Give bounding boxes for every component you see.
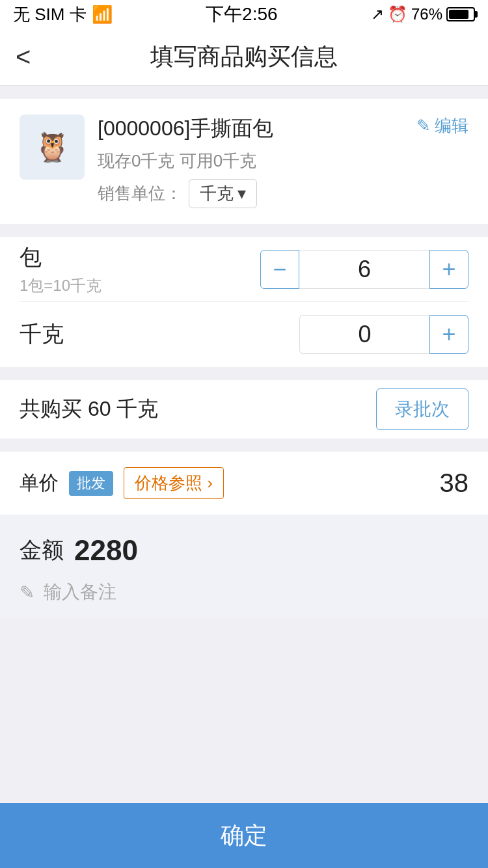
- qty-label-kg: 千克: [20, 319, 299, 349]
- back-button[interactable]: <: [16, 42, 31, 72]
- edit-button[interactable]: ✎ 编辑: [416, 115, 468, 137]
- amount-value: 2280: [74, 534, 138, 567]
- qty-plus-kg[interactable]: +: [429, 315, 468, 354]
- product-name: [0000006]手撕面包: [98, 115, 468, 143]
- qty-control-pack: − +: [260, 250, 468, 289]
- price-row: 单价 批发 价格参照 › 38: [20, 467, 468, 499]
- quantity-section: 包 1包=10千克 − + 千克 +: [0, 237, 488, 367]
- page-spacer: [0, 617, 488, 800]
- confirm-button[interactable]: 确定: [221, 820, 267, 852]
- edit-icon: ✎: [416, 116, 431, 136]
- qty-minus-pack[interactable]: −: [260, 250, 299, 289]
- note-row[interactable]: ✎ 输入备注: [20, 580, 468, 604]
- alarm-icon: ⏰: [388, 5, 407, 23]
- total-text: 共购买 60 千克: [20, 395, 376, 424]
- qty-row-pack: 包 1包=10千克 − +: [20, 237, 468, 302]
- status-time: 下午2:56: [206, 2, 278, 27]
- status-right: ↗ ⏰ 76%: [371, 5, 475, 23]
- price-ref-button[interactable]: 价格参照 ›: [124, 467, 224, 499]
- battery-percent: 76%: [411, 5, 442, 23]
- wifi-icon: 📶: [92, 5, 113, 25]
- location-icon: ↗: [371, 5, 384, 23]
- price-label: 单价: [20, 470, 59, 496]
- product-unit-row: 销售单位： 千克 ▾: [98, 179, 468, 208]
- unit-label: 销售单位：: [98, 182, 182, 205]
- note-placeholder: 输入备注: [44, 580, 116, 604]
- qty-input-kg[interactable]: [299, 315, 429, 354]
- product-info: [0000006]手撕面包 现存0千克 可用0千克 销售单位： 千克 ▾: [98, 115, 468, 208]
- qty-plus-pack[interactable]: +: [429, 250, 468, 289]
- total-amount: 60: [88, 397, 111, 420]
- qty-input-pack[interactable]: [299, 250, 429, 289]
- battery-icon: [446, 7, 475, 21]
- qty-row-kg: 千克 +: [20, 302, 468, 367]
- product-stock: 现存0千克 可用0千克: [98, 150, 468, 172]
- product-thumbnail: 🦉: [20, 115, 85, 180]
- qty-label-kg-block: 千克: [20, 319, 299, 349]
- total-section: 共购买 60 千克 录批次: [0, 380, 488, 439]
- qty-control-kg: +: [299, 315, 468, 354]
- page-title: 填写商品购买信息: [150, 41, 338, 73]
- price-value: 38: [440, 468, 469, 498]
- price-section: 单价 批发 价格参照 › 38: [0, 452, 488, 515]
- qty-sublabel-pack: 1包=10千克: [20, 275, 260, 296]
- product-owl-icon: 🦉: [34, 130, 70, 164]
- amount-label: 金额: [20, 536, 64, 565]
- pencil-icon: ✎: [20, 582, 34, 603]
- amount-row: 金额 2280: [20, 534, 468, 567]
- batch-button[interactable]: 录批次: [376, 388, 468, 430]
- qty-label-pack-block: 包 1包=10千克: [20, 243, 260, 296]
- nav-bar: < 填写商品购买信息: [0, 29, 488, 86]
- unit-select[interactable]: 千克 ▾: [189, 179, 257, 208]
- qty-label-pack: 包: [20, 243, 260, 273]
- product-card: 🦉 [0000006]手撕面包 现存0千克 可用0千克 销售单位： 千克 ▾ ✎…: [0, 99, 488, 224]
- amount-section: 金额 2280 ✎ 输入备注: [0, 515, 488, 617]
- status-bar: 无 SIM 卡 📶 下午2:56 ↗ ⏰ 76%: [0, 0, 488, 29]
- price-badge: 批发: [69, 471, 113, 496]
- confirm-bar[interactable]: 确定: [0, 803, 488, 868]
- status-left: 无 SIM 卡 📶: [13, 3, 113, 26]
- carrier-text: 无 SIM 卡: [13, 3, 87, 26]
